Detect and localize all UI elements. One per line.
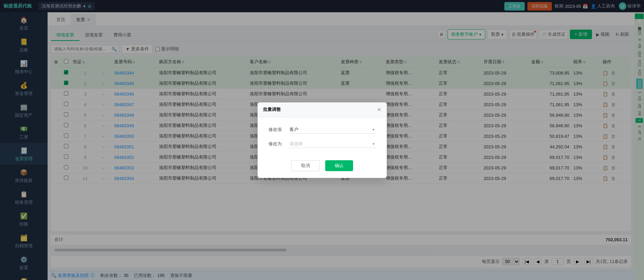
modify-to-select[interactable]: 请选择: [290, 140, 376, 148]
modify-field-select[interactable]: 客户 状态: [290, 126, 376, 134]
modify-field-select-wrap: 客户 状态 ▾: [290, 126, 376, 134]
modify-field-row: 修改项 客户 状态 ▾: [268, 126, 376, 134]
modal-footer: 取消 确认: [258, 156, 387, 178]
modify-to-label: 修改为: [268, 141, 285, 147]
modify-to-select-wrap: 请选择 ▾: [290, 140, 376, 148]
modify-field-label: 修改项: [268, 127, 285, 133]
modal-cancel-button[interactable]: 取消: [291, 160, 320, 171]
modal-overlay: 批量调整 ✕ 修改项 客户 状态 ▾ 修改为 请选择: [0, 0, 644, 280]
modal-confirm-button[interactable]: 确认: [325, 160, 353, 171]
modal-header: 批量调整 ✕: [258, 102, 387, 117]
batch-adjust-modal: 批量调整 ✕ 修改项 客户 状态 ▾ 修改为 请选择: [258, 102, 387, 178]
modal-title: 批量调整: [263, 106, 281, 113]
modal-body: 修改项 客户 状态 ▾ 修改为 请选择 ▾: [258, 117, 387, 156]
modal-close-button[interactable]: ✕: [377, 106, 381, 113]
modify-to-row: 修改为 请选择 ▾: [268, 140, 376, 148]
